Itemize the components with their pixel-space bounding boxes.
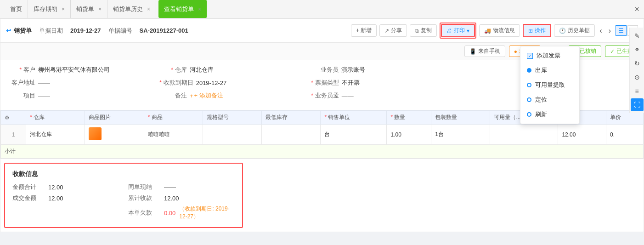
from-phone-button[interactable]: 📱 来自手机 — [464, 46, 505, 57]
document-title-block: ↩ 销货单 — [6, 27, 32, 35]
settings-icon: ⚙ — [5, 114, 10, 121]
col-spec: 规格型号 — [203, 111, 261, 125]
cumulative-payment-value: 12.00 — [164, 195, 179, 202]
sidebar-rotate-icon[interactable]: ↻ — [631, 57, 644, 70]
deal-amount-item: 成交金额 12.00 — [12, 194, 119, 202]
refresh-item[interactable]: 刷新 — [520, 107, 579, 122]
row-image — [85, 125, 144, 145]
date-label: 单据日期 — [39, 27, 63, 35]
address-value: —— — [38, 80, 50, 86]
tab-sales-history[interactable]: 销货单历史 × — [107, 0, 156, 18]
address-field: 客户地址 —— — [8, 79, 146, 87]
tab-sales-order-label: 销货单 — [76, 5, 94, 13]
outbound-item[interactable]: 出库 — [520, 63, 579, 78]
document-type-label: 销货单 — [14, 27, 32, 35]
salesperson-field: 业务员 演示账号 — [311, 66, 449, 74]
tab-view-sales-close[interactable]: × — [198, 6, 201, 12]
outbound-icon — [527, 68, 531, 73]
col-min-stock: 最低库存 — [262, 111, 321, 125]
logistics-label: 物流信息 — [493, 27, 515, 34]
warehouse-label: 仓库 — [159, 66, 187, 74]
tab-inventory-close[interactable]: × — [62, 6, 65, 12]
tab-home-label: 首页 — [10, 5, 22, 13]
customer-field: 客户 柳州粤港平安气体有限公司 — [8, 66, 146, 74]
tab-sales-history-close[interactable]: × — [147, 6, 150, 12]
sidebar-expand-icon[interactable]: ⛶ — [631, 98, 644, 111]
tab-sales-history-label: 销货单历史 — [113, 5, 143, 13]
project-field: 项目 —— — [8, 91, 146, 100]
col-qty: 数量 — [387, 111, 431, 125]
salesperson2-value: —— — [342, 92, 354, 99]
copy-label: 复制 — [421, 27, 432, 34]
available-pickup-icon — [527, 83, 531, 87]
print-button[interactable]: 🖨 打印 ▾ — [441, 24, 475, 37]
copy-button[interactable]: ⧉ 复制 — [410, 24, 437, 37]
row-price: 0. — [606, 125, 643, 145]
project-label: 项目 — [8, 91, 35, 100]
document-header: ↩ 销货单 单据日期 2019-12-27 单据编号 SA-20191227-0… — [0, 19, 644, 43]
new-button[interactable]: + 新增 — [351, 24, 377, 37]
row-min-stock — [262, 125, 321, 145]
window-close-button[interactable]: × — [634, 4, 639, 14]
tab-inventory-start[interactable]: 库存期初 × — [28, 0, 71, 18]
row-warehouse: 河北仓库 — [26, 125, 85, 145]
tab-sales-order[interactable]: 销货单 × — [71, 0, 107, 18]
col-settings[interactable]: ⚙ — [1, 111, 26, 125]
tab-bar: 首页 库存期初 × 销货单 × 销货单历史 × 查看销货单 × × — [0, 0, 644, 18]
order-debt-note: （收款到期日: 2019-12-27） — [179, 205, 235, 221]
amount-total-label: 金额合计 — [12, 183, 45, 191]
nav-next[interactable]: › — [607, 26, 613, 36]
sidebar-link-icon[interactable]: ⚭ — [631, 43, 644, 56]
deal-amount-label: 成交金额 — [12, 194, 45, 202]
tab-home[interactable]: 首页 — [5, 0, 28, 18]
list-view-icon[interactable]: ☰ — [616, 25, 627, 36]
logistics-button[interactable]: 🚚 物流信息 — [479, 24, 520, 37]
row-available — [490, 125, 558, 145]
operation-button[interactable]: ⊞ 操作 — [523, 24, 551, 37]
tab-sales-order-close[interactable]: × — [98, 6, 102, 12]
history-button[interactable]: 🕐 历史单据 — [554, 24, 595, 37]
share-button[interactable]: ↗ 分享 — [379, 24, 407, 37]
nav-prev[interactable]: ‹ — [598, 26, 604, 36]
col-image: 商品图片 — [85, 111, 144, 125]
print-icon: 🖨 — [446, 28, 452, 34]
row-pack-qty: 1台 — [431, 125, 490, 145]
tab-view-sales-label: 查看销货单 — [164, 5, 194, 13]
salesperson2-label: 业务员孟 — [311, 91, 339, 100]
project-value: —— — [38, 92, 50, 99]
payment-title: 收款信息 — [12, 170, 235, 178]
payment-date-field: 收款到期日 2019-12-27 — [159, 79, 297, 87]
invoice-field: 票据类型 不开票 — [311, 79, 449, 87]
payment-date-value: 2019-12-27 — [196, 80, 227, 86]
invoice-value: 不开票 — [342, 79, 360, 87]
amount-total-value: 12.00 — [48, 184, 63, 191]
print-highlight-box: 🖨 打印 ▾ — [440, 23, 476, 39]
salesperson-label: 业务员 — [311, 66, 339, 74]
add-note-button[interactable]: + + 添加备注 — [190, 91, 223, 100]
right-sidebar: ✎ ⚭ ↻ ⊙ ≡ ⛶ — [629, 28, 644, 113]
locate-icon — [527, 97, 531, 102]
product-image — [89, 127, 102, 140]
order-debt-item: 本单欠款 0.00 （收款到期日: 2019-12-27） — [128, 205, 235, 221]
payment-grid: 金额合计 12.00 同单现结 —— 成交金额 12.00 累计收款 12.00… — [12, 183, 235, 221]
add-invoice-item[interactable]: ✓ 添加发票 — [520, 48, 579, 63]
effective-check-icon: ✓ — [610, 48, 615, 55]
tab-view-sales[interactable]: 查看销货单 × — [158, 0, 207, 18]
add-note-plus-icon: + — [190, 92, 193, 99]
sidebar-edit-icon[interactable]: ✎ — [631, 29, 644, 42]
customer-value: 柳州粤港平安气体有限公司 — [38, 66, 110, 74]
cancel-label: 已核销 — [580, 47, 596, 55]
row-product: 嘻嘻嘻嘻 — [144, 125, 203, 145]
sidebar-list-icon[interactable]: ≡ — [631, 85, 644, 97]
add-invoice-icon: ✓ — [527, 53, 533, 59]
phone-icon: 📱 — [469, 48, 476, 55]
row-qty: 1.00 — [387, 125, 431, 145]
locate-item[interactable]: 定位 — [520, 92, 579, 107]
available-pickup-item[interactable]: 可用量提取 — [520, 78, 579, 92]
table-row: 1 河北仓库 嘻嘻嘻嘻 台 1.00 1台 12.00 0. — [1, 125, 644, 145]
order-debt-label: 本单欠款 — [128, 209, 160, 217]
col-unit: 销售单位 — [321, 111, 387, 125]
available-pickup-label: 可用量提取 — [535, 81, 565, 89]
number-value: SA-20191227-001 — [140, 27, 188, 34]
sidebar-user-icon[interactable]: ⊙ — [631, 71, 644, 84]
